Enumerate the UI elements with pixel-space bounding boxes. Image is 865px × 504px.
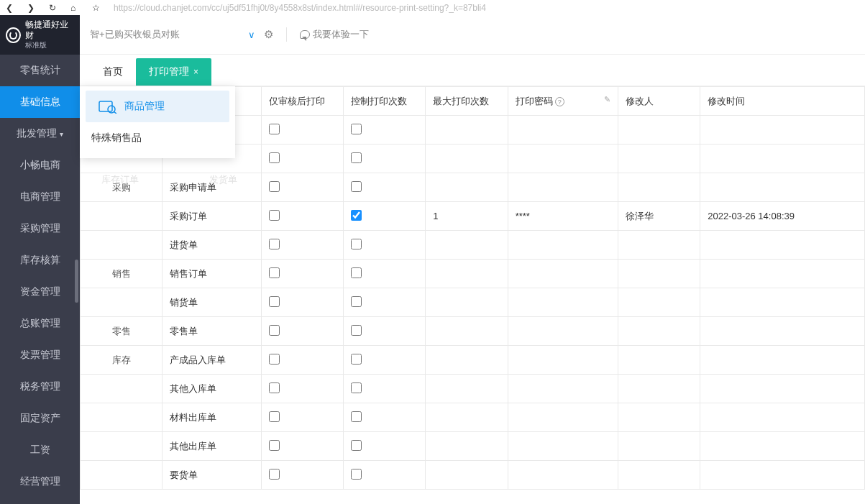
cell-value: 2022-03-26 14:08:39 xyxy=(700,202,865,231)
checkbox[interactable] xyxy=(269,267,280,278)
sidebar-item[interactable]: 批发管理▾ xyxy=(0,118,80,150)
checkbox[interactable] xyxy=(351,296,362,307)
checkbox[interactable] xyxy=(269,469,280,480)
checkbox[interactable] xyxy=(269,325,280,336)
sidebar-item[interactable]: 发票管理 xyxy=(0,339,80,371)
goods-icon xyxy=(97,99,117,114)
checkbox[interactable] xyxy=(351,152,362,163)
content-area: 单据销售发票库存订单发货单 商品管理特殊销售品 仅审核后打印控制打印次数最大打印… xyxy=(80,86,865,504)
cell-value xyxy=(426,260,508,288)
checkbox[interactable] xyxy=(269,124,280,134)
cell-value: 进货单 xyxy=(163,231,261,260)
checkbox[interactable] xyxy=(269,440,280,451)
cell-value xyxy=(81,461,163,490)
cell-value xyxy=(508,288,618,317)
cell-value xyxy=(426,116,508,145)
feedback-link[interactable]: 我要体验一下 xyxy=(300,28,369,41)
edit-icon[interactable]: ✎ xyxy=(604,95,610,104)
sidebar-scrollbar[interactable] xyxy=(75,260,78,303)
sidebar-item[interactable]: 固定资产 xyxy=(0,403,80,434)
submenu-flyout: 商品管理特殊销售品 xyxy=(80,86,235,158)
sidebar-item[interactable]: 总账管理 xyxy=(0,308,80,339)
close-icon[interactable]: × xyxy=(193,67,198,77)
checkbox[interactable] xyxy=(351,354,362,365)
gear-icon[interactable]: ⚙ xyxy=(264,28,273,41)
tab[interactable]: 打印管理× xyxy=(136,58,211,86)
column-header: 修改时间 xyxy=(700,87,865,116)
cell-value xyxy=(618,116,700,145)
home-icon[interactable]: ⌂ xyxy=(70,3,82,13)
sidebar-item[interactable]: 基础信息 xyxy=(0,86,80,118)
account-selector[interactable]: 智+已购买收银员对账 ∨ xyxy=(90,28,255,41)
checkbox[interactable] xyxy=(269,354,280,365)
table-row: 采购订单1****徐泽华2022-03-26 14:08:39 xyxy=(81,202,865,231)
cell-value xyxy=(618,403,700,432)
sidebar-item[interactable]: 税务管理 xyxy=(0,371,80,403)
sidebar-item[interactable]: 采购管理 xyxy=(0,213,80,244)
column-header: 打印密码?✎ xyxy=(508,87,618,116)
help-icon[interactable]: ? xyxy=(555,97,564,106)
cell-value xyxy=(618,260,700,288)
topbar: 智+已购买收银员对账 ∨ ⚙ 我要体验一下 xyxy=(80,15,865,55)
cell-value: 其他入库单 xyxy=(163,375,261,403)
checkbox[interactable] xyxy=(269,152,280,163)
flyout-item[interactable]: 特殊销售品 xyxy=(80,122,235,154)
flyout-label: 特殊销售品 xyxy=(91,132,142,145)
cell-value: 采购订单 xyxy=(163,202,261,231)
cell-value xyxy=(426,231,508,260)
cell-value xyxy=(618,317,700,346)
sidebar-item[interactable]: 电商管理 xyxy=(0,181,80,213)
cell-value xyxy=(81,403,163,432)
table-row: 零售零售单 xyxy=(81,317,865,346)
checkbox[interactable] xyxy=(351,267,362,278)
cell-value xyxy=(700,116,865,145)
speech-bubble-icon xyxy=(300,30,310,39)
cell-value xyxy=(426,317,508,346)
cell-value xyxy=(700,145,865,173)
checkbox[interactable] xyxy=(351,411,362,422)
table-row: 其他出库单 xyxy=(81,432,865,461)
cell-value xyxy=(618,461,700,490)
cell-value xyxy=(700,288,865,317)
star-icon[interactable]: ☆ xyxy=(92,3,104,13)
cell-value: 库存 xyxy=(81,346,163,375)
tab[interactable]: 首页 xyxy=(90,58,136,86)
checkbox[interactable] xyxy=(269,296,280,307)
flyout-item[interactable]: 商品管理 xyxy=(86,91,229,122)
svg-line-2 xyxy=(114,111,116,114)
back-icon[interactable]: ❮ xyxy=(6,3,17,13)
sidebar-item[interactable]: 小畅电商 xyxy=(0,150,80,181)
checkbox[interactable] xyxy=(351,440,362,451)
checkbox[interactable] xyxy=(269,239,280,249)
refresh-icon[interactable]: ↻ xyxy=(49,3,60,13)
checkbox[interactable] xyxy=(351,124,362,134)
cell-value: 其他出库单 xyxy=(163,432,261,461)
checkbox[interactable] xyxy=(351,325,362,336)
table-row: 库存产成品入库单 xyxy=(81,346,865,375)
checkbox[interactable] xyxy=(351,181,362,192)
table-row: 销售销售订单 xyxy=(81,260,865,288)
checkbox[interactable] xyxy=(351,469,362,480)
cell-value xyxy=(426,346,508,375)
checkbox[interactable] xyxy=(269,382,280,393)
checkbox[interactable] xyxy=(269,411,280,422)
sidebar-item[interactable]: 工资 xyxy=(0,434,80,466)
chevron-down-icon: ▾ xyxy=(60,130,63,138)
cell-value xyxy=(508,403,618,432)
sidebar-item[interactable]: 库存核算 xyxy=(0,244,80,276)
forward-icon[interactable]: ❯ xyxy=(27,3,39,13)
checkbox[interactable] xyxy=(269,210,280,221)
cell-value xyxy=(81,432,163,461)
checkbox[interactable] xyxy=(351,239,362,249)
column-header: 控制打印次数 xyxy=(343,87,425,116)
cell-value xyxy=(700,173,865,202)
sidebar-item[interactable]: 资金管理 xyxy=(0,276,80,308)
brand-edition: 标准版 xyxy=(25,40,74,50)
checkbox[interactable] xyxy=(351,382,362,393)
checkbox[interactable] xyxy=(269,181,280,192)
brand-logo-icon xyxy=(6,27,21,43)
sidebar-item[interactable]: 经营管理 xyxy=(0,466,80,498)
checkbox[interactable] xyxy=(351,210,362,221)
url-bar[interactable]: https://cloud.chanjet.com/cc/uj5df51fhj0… xyxy=(114,3,859,13)
sidebar-item[interactable]: 零售统计 xyxy=(0,55,80,86)
